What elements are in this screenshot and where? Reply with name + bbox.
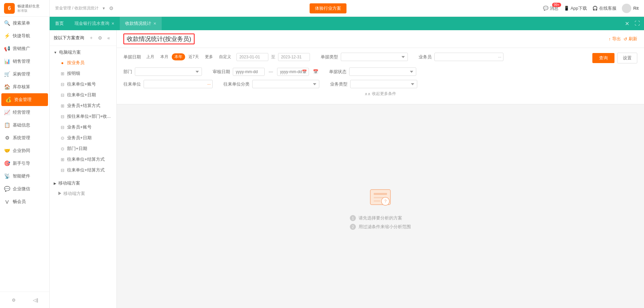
tab-bank-flow[interactable]: 现金银行流水查询 ✕ xyxy=(69,17,120,30)
search-icon: 🔍 xyxy=(4,20,10,26)
review-date-start[interactable] xyxy=(233,68,265,76)
iot-icon: 📡 xyxy=(4,173,10,179)
scheme-item-icon-unit_date: ⊟ xyxy=(60,93,65,98)
online-service-button[interactable]: 🎧 在线客服 xyxy=(592,5,616,11)
tab-bar: 首页 现金银行流水查询 ✕ 收款情况统计 ✕ ✕ ⛶ xyxy=(50,17,644,30)
sidebar-item-marketing[interactable]: 📢营销推广 xyxy=(0,42,49,55)
tab-receipt-stats[interactable]: 收款情况统计 ✕ xyxy=(120,17,162,30)
tab-maximize-icon[interactable]: ⛶ xyxy=(633,19,641,28)
scheme-item-dept_date[interactable]: ⊙部门+日期 xyxy=(50,143,116,154)
scheme-settings-btn[interactable]: ⚙ xyxy=(96,34,104,42)
refresh-button[interactable]: ↺ 刷新 xyxy=(624,36,637,42)
date-tab-more[interactable]: 更多 xyxy=(202,53,216,60)
counterpart-category-field: 往来单位分类 xyxy=(223,80,319,88)
date-tab-this_year[interactable]: 本年 xyxy=(172,53,185,60)
sidebar-item-wechat[interactable]: 💬企业微信 xyxy=(0,183,49,195)
scheme-item-salesman_settle[interactable]: ⊞业务员+结算方式 xyxy=(50,100,116,111)
scheme-group-header-mobile[interactable]: ▶移动端方案 xyxy=(50,178,116,188)
scheme-item-unit_date[interactable]: ⊟往来单位+日期 xyxy=(50,90,116,100)
data-area: ? 1 请先选择要分析的方案 2 用过滤条件来缩小分析范围 xyxy=(117,104,644,308)
page-header-actions: ↑ 导出 ↺ 刷新 xyxy=(609,36,638,42)
scheme-group-expand-mobile[interactable]: ▶ 移动端方案 xyxy=(50,188,116,199)
sidebar-item-guide[interactable]: 🎯新手引导 xyxy=(0,157,49,170)
collapse-more-btn[interactable]: ∧∧ 收起更多条件 xyxy=(123,88,637,99)
collapse-sidebar-btn[interactable]: ◁∥ xyxy=(30,295,41,305)
bill-status-select[interactable] xyxy=(349,67,416,76)
sidebar-item-sales[interactable]: 📊销售管理 xyxy=(0,55,49,68)
sidebar-item-warehouse[interactable]: 🏠库存核算 xyxy=(0,81,49,93)
add-scheme-btn[interactable]: ＋ xyxy=(88,34,95,42)
scheme-item-salesman_account[interactable]: ⊟业务员+账号 xyxy=(50,122,116,133)
sidebar-item-basic[interactable]: 📋基础信息 xyxy=(0,119,49,132)
app-download-button[interactable]: 📱 App下载 xyxy=(564,5,587,11)
scheme-item-icon-unit_account: ⊟ xyxy=(60,82,65,87)
sidebar-item-label-quick_nav: 快捷导航 xyxy=(13,33,30,39)
logo-icon: 6 xyxy=(4,3,15,14)
left-panel-header: 按以下方案查询 ＋ ⚙ « xyxy=(50,30,116,46)
scheme-item-by_salesman[interactable]: ●按业务员 xyxy=(50,57,116,68)
scheme-item-by_detail[interactable]: ⊞按明细 xyxy=(50,68,116,79)
date-start-input[interactable] xyxy=(236,53,268,61)
collapse-panel-btn[interactable]: « xyxy=(105,34,112,42)
date-tab-custom[interactable]: 自定义 xyxy=(216,53,234,60)
tab-home-label: 首页 xyxy=(55,20,64,27)
breadcrumb-dropdown-icon[interactable]: ▾ xyxy=(103,6,105,11)
export-button[interactable]: ↑ 导出 xyxy=(609,36,621,42)
dept-select[interactable] xyxy=(135,67,202,76)
settings-gear-icon[interactable]: ⚙ xyxy=(109,5,113,11)
bill-type-field: 单据类型 xyxy=(321,53,408,61)
tab-home[interactable]: 首页 xyxy=(50,17,69,30)
scheme-item-unit_settle1[interactable]: ⊞往来单位+结算方式 xyxy=(50,154,116,165)
scheme-item-unit_account[interactable]: ⊟往来单位+账号 xyxy=(50,79,116,90)
scheme-item-icon-by_salesman: ● xyxy=(60,60,65,65)
right-content: 收款情况统计(按业务员) ↑ 导出 ↺ 刷新 xyxy=(117,30,644,308)
tip-2-text: 用过滤条件来缩小分析范围 xyxy=(359,224,411,230)
scheme-item-icon-salesman_settle: ⊞ xyxy=(60,103,65,108)
bill-status-label: 单据状态 xyxy=(329,69,346,75)
settings-footer-btn[interactable]: ⚙ xyxy=(8,295,19,305)
logo-text: 畅捷通好生意 标准版 xyxy=(17,4,40,13)
scheme-group-header-desktop[interactable]: ▼电脑端方案 xyxy=(50,47,116,57)
tab-close-window-icon[interactable]: ✕ xyxy=(624,19,631,28)
biz-type-select[interactable] xyxy=(350,80,417,88)
scheme-item-salesman_date[interactable]: ⊙业务员+日期 xyxy=(50,133,116,143)
tab-bank-label: 现金银行流水查询 xyxy=(74,20,109,27)
date-tab-this_month[interactable]: 本月 xyxy=(158,53,171,60)
user-area[interactable]: Rit xyxy=(622,4,639,13)
scheme-item-unit_settle2[interactable]: ⊟往来单位+结算方式 xyxy=(50,165,116,175)
sidebar-item-member[interactable]: V畅会员 xyxy=(0,195,49,208)
refresh-icon: ↺ xyxy=(624,37,627,42)
sidebar-item-operation[interactable]: 📈经营管理 xyxy=(0,106,49,119)
svg-text:?: ? xyxy=(384,199,387,204)
date-filter-field: 单据日期 上月本月本年近7天更多自定义 至 xyxy=(123,53,310,61)
scheme-group-desktop: ▼电脑端方案●按业务员⊞按明细⊟往来单位+账号⊟往来单位+日期⊞业务员+结算方式… xyxy=(50,46,116,177)
sidebar-footer: ⚙ ◁∥ xyxy=(0,292,49,308)
collapse-icon: ∧∧ xyxy=(365,92,371,96)
trial-button[interactable]: 体验行业方案 xyxy=(310,3,346,13)
sidebar-item-iot[interactable]: 📡智能硬件 xyxy=(0,170,49,183)
sidebar-item-system[interactable]: ⚙系统管理 xyxy=(0,132,49,144)
filter-setting-button[interactable]: 设置 xyxy=(617,53,637,63)
sidebar-item-enterprise[interactable]: 🤝企业协同 xyxy=(0,144,49,157)
sidebar-item-finance[interactable]: 💰资金管理 xyxy=(1,93,48,106)
counterpart-category-select[interactable] xyxy=(252,80,319,88)
sidebar-item-label-marketing: 营销推广 xyxy=(13,46,30,52)
tab-receipt-close-icon[interactable]: ✕ xyxy=(153,21,156,26)
counterpart-input[interactable] xyxy=(144,80,213,88)
date-tab-last7[interactable]: 近7天 xyxy=(186,53,202,60)
date-end-input[interactable] xyxy=(278,53,310,61)
message-button[interactable]: 💬 消息 99+ xyxy=(543,5,558,11)
sidebar-item-purchase[interactable]: 🛒采购管理 xyxy=(0,68,49,81)
counterpart-more-icon[interactable]: ··· xyxy=(207,82,211,87)
bill-type-select[interactable] xyxy=(341,53,408,61)
sidebar-item-search[interactable]: 🔍搜索菜单 xyxy=(0,17,49,30)
tab-bank-close-icon[interactable]: ✕ xyxy=(111,21,114,26)
scheme-item-icon-salesman_account: ⊟ xyxy=(60,125,65,130)
scheme-item-unit_dept_recv[interactable]: ⊟按往来单位+部门+收... xyxy=(50,111,116,122)
user-name: Rit xyxy=(633,6,639,11)
query-button[interactable]: 查询 xyxy=(592,53,614,63)
sidebar-item-quick_nav[interactable]: ⚡快捷导航 xyxy=(0,30,49,42)
date-separator: 至 xyxy=(271,54,275,60)
salesman-input[interactable] xyxy=(434,53,503,61)
date-tab-last_month[interactable]: 上月 xyxy=(144,53,157,60)
